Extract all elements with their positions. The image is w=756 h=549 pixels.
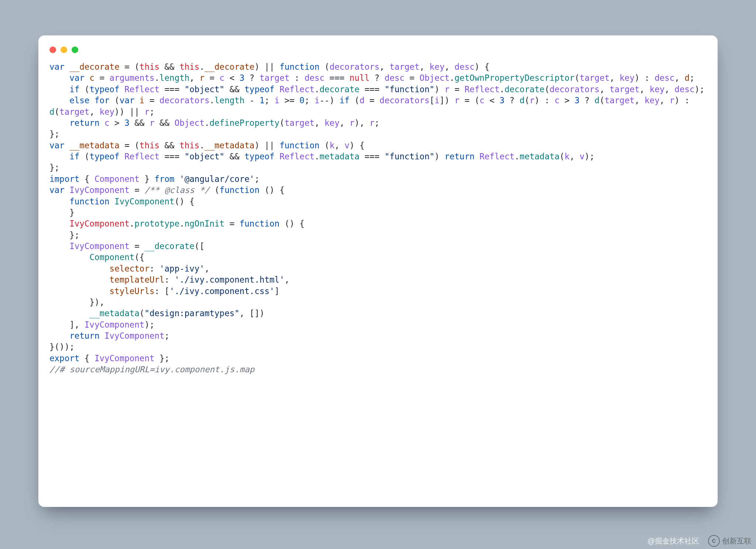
code-token: , xyxy=(89,107,99,117)
code-token: ; xyxy=(165,331,170,341)
code-token xyxy=(275,84,280,94)
minimize-icon[interactable] xyxy=(61,46,67,53)
code-token: v xyxy=(344,141,350,150)
code-token: ]) xyxy=(440,96,455,105)
code-token: && xyxy=(224,84,244,94)
code-token: && xyxy=(224,152,244,161)
code-token: Component xyxy=(89,252,134,262)
code-token: i xyxy=(434,96,440,105)
code-token: key xyxy=(430,62,445,72)
code-token: && xyxy=(130,118,150,128)
code-token: Reflect xyxy=(124,152,159,161)
code-token: this xyxy=(179,62,199,72)
code-token: : xyxy=(289,73,305,83)
code-token: i xyxy=(140,96,145,105)
code-token: . xyxy=(315,84,320,94)
code-token xyxy=(110,197,115,206)
code-token xyxy=(49,73,69,83)
code-token: i xyxy=(315,96,320,105)
code-token: IvyComponent xyxy=(69,185,130,195)
code-token: desc xyxy=(454,62,474,72)
code-token: )) || xyxy=(114,107,144,117)
code-token: templateUrl xyxy=(110,275,165,284)
code-token: d xyxy=(49,107,55,117)
code-token: function xyxy=(279,141,319,150)
code-token: , xyxy=(334,141,344,150)
code-token: this xyxy=(140,141,159,150)
code-token: . xyxy=(205,118,210,128)
code-token: './ivy.component.css' xyxy=(169,286,274,296)
code-token: ngOnInit xyxy=(185,219,224,228)
code-token: 3 xyxy=(240,73,245,83)
code-token: ([ xyxy=(195,241,205,251)
code-token: . xyxy=(499,84,505,94)
code-token: __decorate xyxy=(69,62,119,72)
code-token: . xyxy=(515,152,520,161)
zoom-icon[interactable] xyxy=(72,46,78,53)
code-token: Object xyxy=(419,73,449,83)
code-token: decorators xyxy=(379,96,429,105)
code-token: //# sourceMappingURL=ivy.component.js.ma… xyxy=(49,365,254,374)
code-token: "function" xyxy=(385,84,434,94)
code-token: c xyxy=(220,73,225,83)
code-token: ( xyxy=(560,152,565,161)
code-token: if xyxy=(69,84,79,94)
close-icon[interactable] xyxy=(49,46,56,53)
code-token: from xyxy=(154,174,174,184)
code-token: import xyxy=(49,174,79,184)
code-token: ), xyxy=(354,118,370,128)
code-token: ) : xyxy=(535,96,554,105)
code-token: var xyxy=(49,141,65,150)
code-token: , xyxy=(205,264,210,273)
code-token: else xyxy=(69,96,89,105)
code-token: /** @class */ xyxy=(144,185,209,195)
code-token: , xyxy=(660,96,670,105)
code-token: length xyxy=(214,96,244,105)
code-token xyxy=(99,331,104,341)
code-token: , xyxy=(315,118,324,128)
code-token: }; xyxy=(154,353,169,363)
code-token: r xyxy=(199,73,205,83)
code-token: ( xyxy=(110,96,120,105)
code-token: typeof xyxy=(89,152,119,161)
code-token: ); xyxy=(144,320,154,329)
code-token: . xyxy=(450,73,455,83)
code-token: prototype xyxy=(134,219,179,228)
code-token: return xyxy=(69,118,99,128)
code-token: IvyComponent xyxy=(94,353,155,363)
code-token: , xyxy=(664,84,674,94)
code-token: ( xyxy=(574,73,580,83)
code-token: }; xyxy=(49,163,59,172)
code-token: = xyxy=(144,96,159,105)
code-token: () { xyxy=(175,197,195,206)
code-token: ; xyxy=(690,73,695,83)
editor-window: var __decorate = (this && this.__decorat… xyxy=(38,35,718,507)
code-token: desc xyxy=(674,84,694,94)
code-token: ( xyxy=(210,185,220,195)
code-token: ( xyxy=(599,96,605,105)
code-token: }()); xyxy=(49,342,75,352)
code-token: k xyxy=(564,152,570,161)
code-token: decorate xyxy=(320,84,360,94)
code-token: = xyxy=(450,84,465,94)
code-token: >= xyxy=(279,96,299,105)
code-token: key xyxy=(645,96,660,105)
code-token: decorators xyxy=(330,62,379,72)
code-token: r xyxy=(150,118,155,128)
code-token: d xyxy=(519,96,525,105)
code-token: r xyxy=(670,96,675,105)
code-token: ({ xyxy=(134,252,144,262)
code-token xyxy=(49,118,69,128)
code-token: c xyxy=(480,96,485,105)
code-token: = xyxy=(205,73,220,83)
code-token: ( xyxy=(544,84,550,94)
code-token: { xyxy=(79,174,94,184)
code-token xyxy=(85,73,90,83)
code-token: . xyxy=(315,152,320,161)
code-token xyxy=(49,331,69,341)
code-token xyxy=(120,152,125,161)
code-token xyxy=(175,174,180,184)
code-token: var xyxy=(69,73,85,83)
code-token: target xyxy=(580,73,609,83)
code-token: > xyxy=(110,118,125,128)
